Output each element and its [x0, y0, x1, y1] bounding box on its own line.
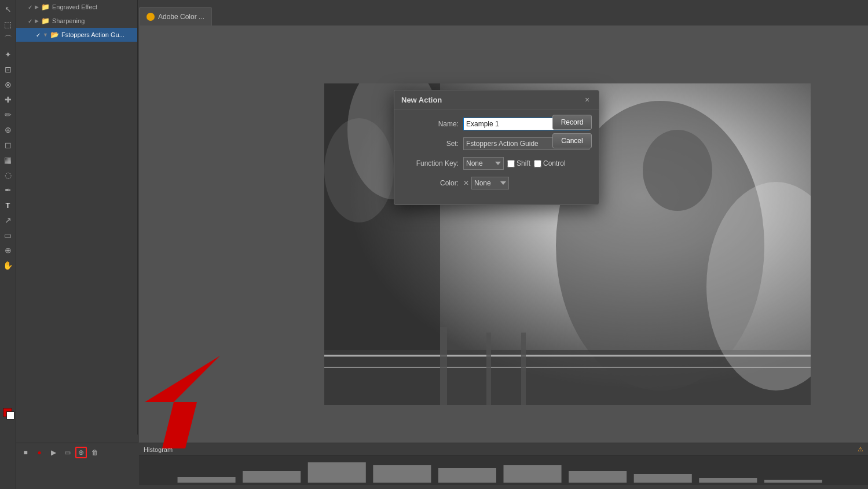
svg-rect-22	[764, 480, 822, 483]
action-label: Engraved Effect	[52, 3, 97, 10]
svg-rect-9	[440, 327, 447, 405]
shift-checkbox-label: Shift	[507, 159, 530, 167]
function-key-label: Function Key:	[404, 159, 459, 167]
svg-rect-16	[373, 465, 431, 483]
new-action-dialog: New Action × Name: Set: Fstoppers Action…	[394, 90, 599, 205]
bottom-action-bar: ■ ● ▶ ▭ ⊕ 🗑	[16, 443, 138, 489]
svg-rect-17	[438, 468, 496, 483]
folder-button[interactable]: ▭	[61, 447, 73, 458]
histogram-warning-icon: ⚠	[858, 446, 863, 453]
svg-point-5	[643, 130, 712, 211]
record-action-button[interactable]: Record	[552, 115, 592, 130]
dialog-title: New Action	[401, 96, 442, 104]
background-color[interactable]	[6, 411, 14, 419]
svg-rect-13	[178, 477, 236, 483]
tab-bar: Adobe Color ...	[139, 0, 868, 25]
folder-icon: 📁	[41, 3, 50, 11]
cancel-action-button[interactable]: Cancel	[552, 133, 592, 148]
zoom-tool[interactable]: ⊕	[1, 243, 15, 257]
histogram-graph	[139, 456, 868, 485]
dodge-tool[interactable]: ◌	[1, 168, 15, 182]
brush-tool[interactable]: ✏	[1, 108, 15, 122]
gradient-tool[interactable]: ▦	[1, 153, 15, 167]
collapse-arrow: ▶	[35, 4, 39, 10]
folder-icon: 📁	[41, 17, 50, 25]
crop-tool[interactable]: ⊡	[1, 63, 15, 76]
canvas-area	[139, 25, 868, 443]
dialog-close-button[interactable]: ×	[583, 95, 592, 104]
shift-label: Shift	[517, 159, 530, 167]
color-select[interactable]: None Red Orange Yellow Green Blue Violet…	[471, 177, 509, 189]
dialog-function-key-row: Function Key: None F1F2F3 F4F5F6 F7F8F9 …	[404, 157, 589, 170]
healing-tool[interactable]: ✚	[1, 93, 15, 107]
play-button[interactable]: ▶	[47, 447, 59, 458]
dialog-color-row: Color: ✕ None Red Orange Yellow Green Bl…	[404, 177, 589, 189]
check-icon: ✓	[36, 32, 41, 38]
control-checkbox[interactable]	[534, 160, 541, 167]
move-tool[interactable]: ↖	[1, 2, 15, 16]
shift-checkbox[interactable]	[507, 160, 515, 167]
function-key-controls: None F1F2F3 F4F5F6 F7F8F9 F10F11F12 Shif…	[463, 157, 566, 170]
check-icon: ✓	[28, 4, 32, 10]
folder-icon: 📂	[50, 31, 59, 39]
stop-button[interactable]: ■	[20, 447, 31, 458]
svg-rect-19	[569, 471, 627, 483]
svg-rect-10	[486, 333, 491, 405]
name-label: Name:	[404, 120, 459, 128]
color-select-container: ✕ None Red Orange Yellow Green Blue Viol…	[463, 177, 509, 189]
svg-rect-15	[308, 462, 366, 483]
svg-rect-18	[504, 465, 562, 483]
new-action-button[interactable]: ⊕	[75, 447, 87, 458]
action-sharpening[interactable]: ✓ ▶ 📁 Sharpening	[16, 14, 137, 28]
hand-tool[interactable]: ✋	[1, 258, 15, 272]
color-x-icon: ✕	[463, 179, 469, 187]
left-toolbar: ↖ ⬚ ⌒ ✦ ⊡ ⊗ ✚ ✏ ⊕ ◻ ▦ ◌ ✒ T ↗ ▭ ⊕ ✋	[0, 0, 16, 489]
collapse-arrow: ▶	[35, 18, 39, 24]
color-label: Color:	[404, 179, 459, 187]
histogram-label: Histogram	[144, 446, 173, 453]
tab-label: Adobe Color ...	[158, 13, 204, 21]
control-label: Control	[543, 159, 566, 167]
shape-tool[interactable]: ▭	[1, 228, 15, 242]
svg-point-3	[324, 118, 394, 222]
control-checkbox-label: Control	[534, 159, 566, 167]
histogram-panel: Histogram ⚠	[139, 443, 868, 489]
action-buttons-row: ■ ● ▶ ▭ ⊕ 🗑	[16, 443, 138, 462]
action-label: Fstoppers Action Gu...	[61, 31, 124, 38]
record-button[interactable]: ●	[34, 447, 45, 458]
eraser-tool[interactable]: ◻	[1, 138, 15, 152]
action-label: Sharpening	[52, 17, 85, 24]
svg-rect-21	[699, 478, 757, 483]
clone-tool[interactable]: ⊕	[1, 123, 15, 137]
dialog-header: New Action ×	[394, 90, 599, 110]
set-label: Set:	[404, 140, 459, 148]
adobe-color-tab[interactable]: Adobe Color ...	[139, 7, 212, 25]
svg-rect-11	[521, 333, 526, 405]
delete-button[interactable]: 🗑	[89, 447, 101, 458]
eyedropper-tool[interactable]: ⊗	[1, 78, 15, 92]
marquee-tool[interactable]: ⬚	[1, 17, 15, 31]
dialog-action-buttons: Record Cancel	[552, 115, 592, 148]
action-engraved-effect[interactable]: ✓ ▶ 📁 Engraved Effect	[16, 0, 137, 14]
histogram-title-bar: Histogram ⚠	[139, 443, 868, 456]
lasso-tool[interactable]: ⌒	[1, 32, 15, 46]
check-icon: ✓	[28, 18, 32, 24]
expand-arrow: ▼	[43, 32, 48, 38]
tab-icon	[147, 13, 155, 21]
magic-wand-tool[interactable]: ✦	[1, 48, 15, 61]
type-tool[interactable]: T	[1, 198, 15, 212]
pen-tool[interactable]: ✒	[1, 183, 15, 197]
function-key-select[interactable]: None F1F2F3 F4F5F6 F7F8F9 F10F11F12	[463, 157, 504, 170]
actions-panel: ✓ ▶ 📁 Engraved Effect ✓ ▶ 📁 Sharpening ✓…	[16, 0, 138, 435]
action-fstoppers[interactable]: ✓ ▼ 📂 Fstoppers Action Gu...	[16, 28, 137, 42]
svg-rect-14	[243, 471, 301, 483]
svg-rect-20	[634, 474, 692, 483]
path-select-tool[interactable]: ↗	[1, 213, 15, 227]
